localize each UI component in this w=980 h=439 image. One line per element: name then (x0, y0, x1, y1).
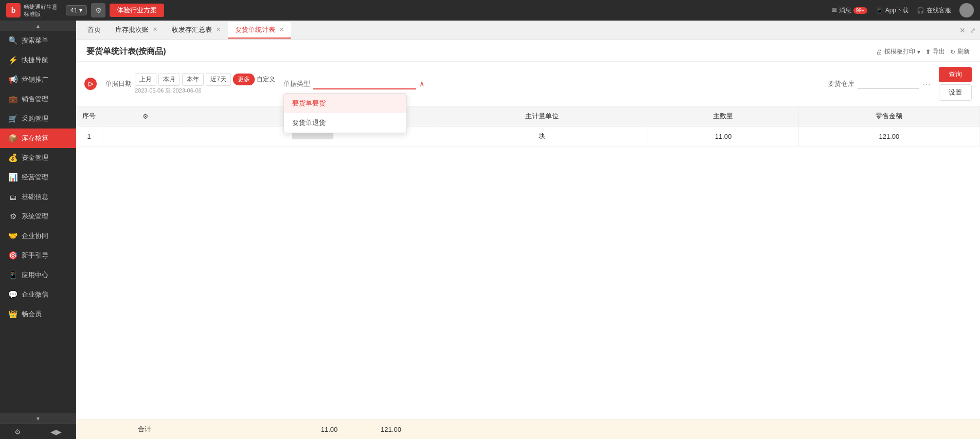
tab-bar-close-button[interactable]: ✕ (959, 26, 966, 34)
tab-bar-resize-button[interactable]: ⤢ (970, 26, 976, 34)
chart-icon: 📊 (8, 173, 17, 182)
type-clear-icon[interactable]: ∧ (419, 80, 424, 88)
topbar: b 畅捷通好生意 标准版 41 ▾ ⚙ 体验行业方案 ✉ 消息 99+ 📱 Ap… (0, 0, 980, 21)
sidebar-item-operations[interactable]: 📊 经营管理 (0, 168, 76, 187)
sidebar-item-label: 基础信息 (22, 192, 48, 202)
sidebar-item-finance[interactable]: 💰 资金管理 (0, 148, 76, 168)
sidebar-item-quick-nav[interactable]: ⚡ 快捷导航 (0, 50, 76, 70)
warehouse-filter-input[interactable] (858, 79, 919, 89)
printer-icon: 🖨 (876, 48, 882, 56)
export-button[interactable]: ⬆ 导出 (925, 47, 945, 56)
sidebar-item-sales[interactable]: 💼 销售管理 (0, 89, 76, 109)
more-dates-button[interactable]: 更多 (233, 74, 255, 85)
tab-close-icon[interactable]: ✕ (279, 26, 284, 33)
cell-unit: 块 (436, 126, 648, 147)
settings-icon[interactable]: ⚙ (91, 3, 105, 17)
table-settings-icon[interactable]: ⚙ (142, 113, 149, 120)
warehouse-more-icon[interactable]: ⋯ (922, 79, 931, 89)
cell-qty: 11.00 (648, 126, 799, 147)
date-range-display: 2023-05-06 至 2023-06-06 (135, 87, 275, 95)
refresh-button[interactable]: ↻ 刷新 (950, 47, 970, 56)
footer-qty: 11.00 (298, 426, 360, 433)
dropdown-item-return[interactable]: 要货单退货 (284, 113, 406, 133)
col-unit: 主计量单位 (436, 106, 648, 126)
type-filter-label: 单据类型 (283, 79, 310, 88)
page-title: 要货单统计表(按商品) (86, 46, 166, 57)
folder-icon: 🗂 (8, 193, 17, 202)
current-year-button[interactable]: 本年 (182, 73, 204, 86)
sidebar-item-label: 企业协同 (22, 231, 48, 241)
page-header: 要货单统计表(按商品) 🖨 按模板打印 ▾ ⬆ 导出 ↻ 刷新 (76, 40, 980, 62)
sidebar-collapse-button[interactable]: ◀▶ (50, 428, 62, 436)
sidebar-item-enterprise[interactable]: 🤝 企业协同 (0, 226, 76, 246)
sidebar-bottom: ⚙ ◀▶ (0, 424, 76, 439)
tab-close-icon[interactable]: ✕ (153, 26, 157, 33)
app-download-button[interactable]: 📱 App下载 (876, 6, 908, 15)
sidebar-item-basic[interactable]: 🗂 基础信息 (0, 187, 76, 207)
prev-month-button[interactable]: 上月 (135, 73, 156, 86)
sidebar-item-system[interactable]: ⚙ 系统管理 (0, 207, 76, 226)
sidebar-item-label: 资金管理 (22, 153, 48, 162)
chat-icon: 💬 (8, 290, 17, 299)
table-body: 1 块 11.00 121.00 (76, 126, 980, 147)
message-badge: 99+ (853, 7, 867, 14)
custom-date-button[interactable]: 自定义 (257, 75, 275, 84)
sidebar-item-label: 搜索菜单 (22, 36, 48, 45)
sidebar-item-inventory[interactable]: 📦 库存核算 (0, 129, 76, 148)
filter-expand-button[interactable]: ▷ (84, 78, 97, 90)
sidebar-item-apps[interactable]: 📱 应用中心 (0, 265, 76, 285)
tab-receive-summary[interactable]: 收发存汇总表 ✕ (165, 22, 228, 39)
tab-close-icon[interactable]: ✕ (216, 26, 221, 33)
briefcase-icon: 💼 (8, 95, 17, 104)
last-7days-button[interactable]: 近7天 (206, 73, 231, 86)
money-icon: 💰 (8, 153, 17, 162)
warehouse-filter-group: 要货仓库 ⋯ (828, 79, 931, 89)
message-button[interactable]: ✉ 消息 99+ (832, 6, 867, 15)
trial-button[interactable]: 体验行业方案 (110, 4, 164, 17)
sidebar-item-label: 应用中心 (22, 270, 48, 280)
message-icon: ✉ (832, 7, 837, 14)
table-header: 序号 ⚙ 商品 主计量单位 主数量 零售金额 (76, 106, 980, 126)
sidebar-item-guide[interactable]: 🎯 新手引导 (0, 246, 76, 265)
sidebar-item-wechat[interactable]: 💬 企业微信 (0, 285, 76, 304)
current-month-button[interactable]: 本月 (158, 73, 180, 86)
online-service-button[interactable]: 🎧 在线客服 (917, 6, 951, 15)
col-settings[interactable]: ⚙ (102, 106, 189, 126)
chevron-down-icon: ▾ (79, 7, 82, 14)
print-button[interactable]: 🖨 按模板打印 ▾ (876, 47, 920, 56)
type-filter-input[interactable] (313, 79, 416, 89)
type-filter-group: 单据类型 ∧ 要货单要货 要货单退货 (283, 79, 819, 89)
store-selector[interactable]: 41 ▾ (66, 5, 87, 15)
box-icon: 📦 (8, 134, 17, 143)
filter-bar: ▷ 单据日期 上月 本月 本年 近7天 更多 自定义 2023-05-06 至 … (76, 62, 980, 106)
tab-order-stats[interactable]: 要货单统计表 ✕ (228, 22, 291, 39)
dropdown-item-order[interactable]: 要货单要货 (284, 94, 406, 113)
sidebar-item-search[interactable]: 🔍 搜索菜单 (0, 31, 76, 50)
type-dropdown: 要货单要货 要货单退货 (283, 93, 407, 133)
sidebar-item-label: 新手引导 (22, 251, 48, 260)
sidebar-settings-button[interactable]: ⚙ (14, 428, 21, 436)
target-icon: 🎯 (8, 251, 17, 260)
cell-settings (102, 126, 189, 147)
topbar-right: ✉ 消息 99+ 📱 App下载 🎧 在线客服 (832, 3, 974, 17)
sidebar-scroll-down[interactable]: ▼ (0, 413, 76, 424)
settings-button[interactable]: 设置 (939, 84, 972, 101)
main-layout: ▲ 🔍 搜索菜单 ⚡ 快捷导航 📢 营销推广 💼 销售管理 🛒 采购管理 (0, 21, 980, 439)
col-amount: 零售金额 (798, 106, 979, 126)
sidebar-item-label: 库存核算 (22, 134, 48, 143)
sidebar-item-label: 企业微信 (22, 290, 48, 299)
cell-seq: 1 (76, 126, 102, 147)
date-options: 上月 本月 本年 近7天 更多 自定义 2023-05-06 至 2023-06… (135, 73, 275, 95)
user-avatar[interactable] (959, 3, 974, 17)
sidebar-item-purchase[interactable]: 🛒 采购管理 (0, 109, 76, 129)
mobile-icon: 📱 (8, 270, 17, 280)
tab-home[interactable]: 首页 (80, 22, 108, 39)
page-header-actions: 🖨 按模板打印 ▾ ⬆ 导出 ↻ 刷新 (876, 47, 970, 56)
query-button[interactable]: 查询 (939, 67, 972, 82)
sidebar-scroll-up[interactable]: ▲ (0, 21, 76, 31)
sidebar-item-marketing[interactable]: 📢 营销推广 (0, 70, 76, 89)
table-row: 1 块 11.00 121.00 (76, 126, 980, 147)
tab-inventory-batch[interactable]: 库存批次账 ✕ (108, 22, 165, 39)
sidebar-item-member[interactable]: 👑 畅会员 (0, 304, 76, 324)
cart-icon: 🛒 (8, 114, 17, 123)
